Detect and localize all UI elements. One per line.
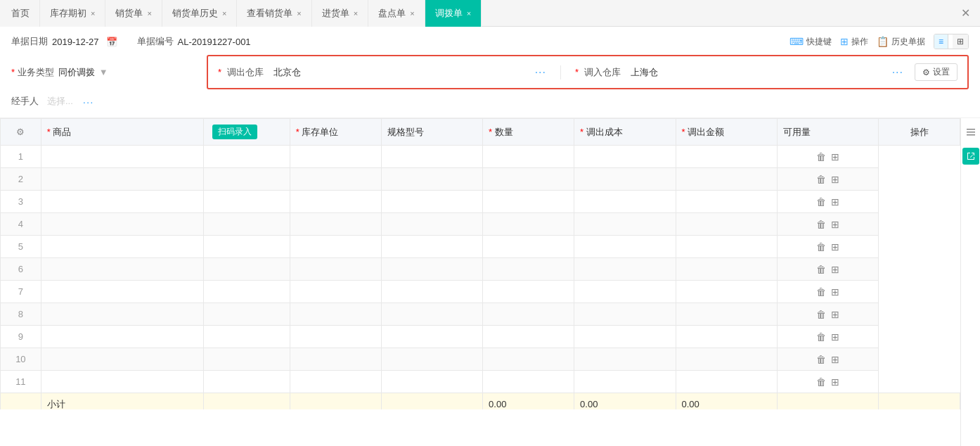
table-cell[interactable] (41, 146, 203, 168)
table-cell[interactable] (290, 213, 381, 236)
delete-icon[interactable]: 🗑 (816, 151, 826, 163)
table-cell[interactable] (203, 371, 290, 393)
table-gear-icon[interactable]: ⚙ (16, 127, 25, 137)
copy-icon[interactable]: ⊞ (831, 264, 839, 275)
history-button[interactable]: 📋 历史单据 (877, 36, 925, 48)
close-icon[interactable]: × (91, 9, 95, 18)
close-icon[interactable]: × (467, 9, 471, 18)
table-cell[interactable] (483, 236, 574, 258)
delete-icon[interactable]: 🗑 (816, 331, 826, 343)
table-cell[interactable] (290, 326, 381, 348)
table-cell[interactable] (203, 191, 290, 213)
table-cell[interactable] (483, 213, 574, 236)
table-cell[interactable] (290, 191, 381, 213)
table-cell[interactable] (41, 348, 203, 371)
table-cell[interactable] (290, 371, 381, 393)
table-cell[interactable] (381, 213, 482, 236)
tab-purchase-order[interactable]: 进货单 × (312, 0, 368, 27)
table-cell[interactable] (41, 326, 203, 348)
table-cell[interactable] (41, 258, 203, 281)
table-cell[interactable] (574, 213, 676, 236)
tab-stocktake[interactable]: 盘点单 × (368, 0, 425, 27)
table-cell[interactable] (381, 371, 482, 393)
table-cell[interactable] (574, 258, 676, 281)
table-cell[interactable] (290, 146, 381, 168)
dropdown-icon[interactable]: ▼ (99, 67, 108, 77)
table-cell[interactable] (676, 191, 777, 213)
table-cell[interactable] (290, 168, 381, 191)
table-cell[interactable] (290, 348, 381, 371)
table-cell[interactable] (203, 213, 290, 236)
copy-icon[interactable]: ⊞ (831, 151, 839, 163)
tab-view-sales[interactable]: 查看销货单 × (237, 0, 311, 27)
operations-button[interactable]: ⊞ 操作 (840, 36, 868, 48)
tab-bar-close-button[interactable]: ✕ (951, 0, 980, 27)
delete-icon[interactable]: 🗑 (816, 174, 826, 185)
table-cell[interactable] (41, 371, 203, 393)
copy-icon[interactable]: ⊞ (831, 376, 839, 388)
table-cell[interactable] (203, 258, 290, 281)
table-cell[interactable] (290, 258, 381, 281)
copy-icon[interactable]: ⊞ (831, 174, 839, 185)
table-cell[interactable] (483, 146, 574, 168)
tab-sales-order[interactable]: 销货单 × (105, 0, 162, 27)
table-cell[interactable] (381, 348, 482, 371)
copy-icon[interactable]: ⊞ (831, 331, 839, 343)
copy-icon[interactable]: ⊞ (831, 219, 839, 230)
table-cell[interactable] (41, 213, 203, 236)
close-icon[interactable]: × (222, 9, 226, 18)
close-icon[interactable]: × (297, 9, 301, 18)
table-cell[interactable] (381, 258, 482, 281)
table-cell[interactable] (574, 348, 676, 371)
table-cell[interactable] (483, 371, 574, 393)
table-cell[interactable] (574, 281, 676, 303)
shortcut-button[interactable]: ⌨ 快捷键 (789, 36, 832, 48)
table-cell[interactable] (41, 281, 203, 303)
delete-icon[interactable]: 🗑 (816, 309, 826, 320)
table-cell[interactable] (203, 348, 290, 371)
table-cell[interactable] (381, 191, 482, 213)
table-cell[interactable] (483, 281, 574, 303)
table-cell[interactable] (676, 146, 777, 168)
table-cell[interactable] (483, 191, 574, 213)
sidebar-list-icon[interactable] (962, 124, 979, 141)
delete-icon[interactable]: 🗑 (816, 241, 826, 253)
calendar-icon[interactable]: 📅 (106, 37, 117, 47)
copy-icon[interactable]: ⊞ (831, 241, 839, 253)
table-cell[interactable] (483, 348, 574, 371)
table-cell[interactable] (203, 168, 290, 191)
table-cell[interactable] (574, 191, 676, 213)
table-cell[interactable] (290, 236, 381, 258)
close-icon[interactable]: × (147, 9, 151, 18)
table-cell[interactable] (676, 213, 777, 236)
warehouse-out-more-icon[interactable]: ··· (535, 66, 546, 79)
table-cell[interactable] (41, 236, 203, 258)
table-cell[interactable] (203, 281, 290, 303)
scan-button[interactable]: 扫码录入 (212, 125, 257, 139)
delete-icon[interactable]: 🗑 (816, 376, 826, 388)
table-cell[interactable] (676, 281, 777, 303)
warehouse-in-more-icon[interactable]: ··· (892, 66, 903, 79)
table-cell[interactable] (203, 326, 290, 348)
sidebar-export-icon[interactable] (962, 148, 979, 165)
table-cell[interactable] (676, 236, 777, 258)
table-cell[interactable] (483, 258, 574, 281)
tab-transfer[interactable]: 调拨单 × (425, 0, 482, 27)
delete-icon[interactable]: 🗑 (816, 354, 826, 365)
delete-icon[interactable]: 🗑 (816, 196, 826, 208)
handler-more-icon[interactable]: ··· (83, 96, 94, 108)
table-cell[interactable] (483, 168, 574, 191)
table-cell[interactable] (381, 236, 482, 258)
copy-icon[interactable]: ⊞ (831, 354, 839, 365)
table-cell[interactable] (381, 326, 482, 348)
delete-icon[interactable]: 🗑 (816, 264, 826, 275)
close-icon[interactable]: × (354, 9, 358, 18)
table-cell[interactable] (676, 348, 777, 371)
table-cell[interactable] (381, 146, 482, 168)
table-cell[interactable] (203, 146, 290, 168)
tab-home[interactable]: 首页 (0, 0, 40, 27)
table-cell[interactable] (381, 303, 482, 326)
table-cell[interactable] (483, 326, 574, 348)
table-cell[interactable] (290, 303, 381, 326)
table-cell[interactable] (676, 371, 777, 393)
